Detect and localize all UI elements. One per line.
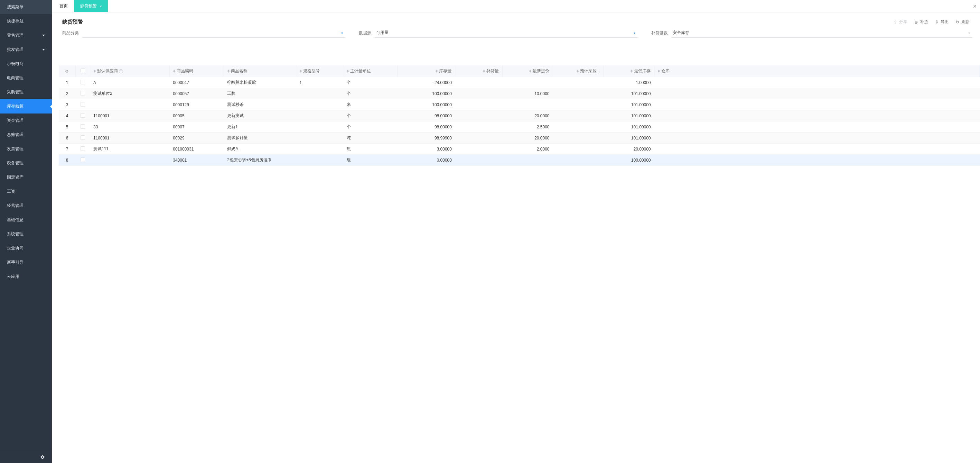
chevron-down-icon: ▾: [341, 31, 343, 35]
sidebar-item-9[interactable]: 总账管理: [0, 128, 52, 142]
cell-code: 00007: [169, 121, 224, 133]
cell-supplier: A: [90, 77, 169, 88]
sidebar-item-16[interactable]: 系统管理: [0, 227, 52, 241]
sidebar-item-3[interactable]: 批发管理: [0, 43, 52, 57]
table-row[interactable]: 7测试111001000031鲜奶A瓶3.000002.000020.00000: [59, 144, 980, 155]
sidebar-item-15[interactable]: 基础信息: [0, 213, 52, 227]
settings-gear-icon[interactable]: [40, 455, 45, 460]
sort-icon[interactable]: [577, 70, 579, 73]
sidebar-item-label: 税务管理: [7, 160, 24, 166]
col-settings[interactable]: ⚙: [59, 65, 75, 77]
main-content: 首页缺货预警× × 缺货预警 ⇪ 分享 ⊕ 补货 ⇩ 导出 ↻: [52, 0, 980, 463]
cell-est-procure: [553, 110, 604, 121]
table-row[interactable]: 1A0000047柠酸莫米松凝胶1个-24.000001.00000: [59, 77, 980, 88]
sort-icon[interactable]: [483, 70, 485, 73]
category-select[interactable]: ▾: [82, 28, 345, 38]
help-icon[interactable]: ?: [119, 69, 123, 73]
cell-spec: [296, 133, 343, 144]
sidebar-item-label: 资金管理: [7, 118, 24, 123]
sidebar-item-label: 工资: [7, 188, 15, 195]
sort-icon[interactable]: [173, 70, 175, 73]
col-stock[interactable]: 库存量: [398, 65, 455, 77]
row-checkbox[interactable]: [81, 80, 85, 85]
col-spec[interactable]: 规格型号: [296, 65, 343, 77]
sort-icon[interactable]: [436, 70, 438, 73]
refresh-action[interactable]: ↻ 刷新: [955, 19, 970, 25]
col-last-price[interactable]: 最新进价: [502, 65, 553, 77]
col-name[interactable]: 商品名称: [224, 65, 296, 77]
table-row[interactable]: 6110000100029测试多计量吨98.9990020.0000101.00…: [59, 133, 980, 144]
cell-replenish-qty: [455, 88, 502, 99]
col-est-procure[interactable]: 预计采购...: [553, 65, 604, 77]
cell-min-stock: 101.00000: [603, 121, 654, 133]
chevron-down-icon: ▾: [634, 31, 635, 35]
row-checkbox[interactable]: [81, 146, 85, 151]
sidebar-item-2[interactable]: 零售管理: [0, 29, 52, 43]
cell-warehouse: [654, 77, 980, 88]
row-checkbox[interactable]: [81, 135, 85, 140]
sort-icon[interactable]: [347, 70, 349, 73]
sidebar-item-14[interactable]: 经营管理: [0, 199, 52, 213]
col-code[interactable]: 商品编码: [169, 65, 224, 77]
col-supplier[interactable]: 默认供应商?: [90, 65, 169, 77]
sort-icon[interactable]: [658, 70, 660, 73]
sidebar-item-7[interactable]: 库存核算: [0, 99, 52, 113]
row-checkbox[interactable]: [81, 91, 85, 96]
row-chk: [75, 88, 90, 99]
sidebar-item-13[interactable]: 工资: [0, 184, 52, 199]
col-replenish-qty[interactable]: 补货量: [455, 65, 502, 77]
sidebar-item-18[interactable]: 新手引导: [0, 255, 52, 270]
col-warehouse[interactable]: 仓库: [654, 65, 980, 77]
sidebar-item-17[interactable]: 企业协同: [0, 241, 52, 255]
sort-icon[interactable]: [529, 70, 531, 73]
cell-code: 0000047: [169, 77, 224, 88]
tab-0[interactable]: 首页: [53, 0, 74, 12]
sidebar-item-11[interactable]: 税务管理: [0, 156, 52, 170]
sidebar-item-6[interactable]: 采购管理: [0, 85, 52, 99]
sidebar-item-12[interactable]: 固定资产: [0, 170, 52, 184]
table-row[interactable]: 53300007更新1个98.000002.5000101.00000: [59, 121, 980, 133]
row-checkbox[interactable]: [81, 102, 85, 107]
sidebar-item-10[interactable]: 发票管理: [0, 142, 52, 156]
cell-est-procure: [553, 155, 604, 166]
export-action[interactable]: ⇩ 导出: [934, 19, 949, 25]
cell-stock: 100.00000: [398, 88, 455, 99]
tabs-bar: 首页缺货预警× ×: [52, 0, 980, 13]
row-checkbox[interactable]: [81, 158, 85, 162]
table-row[interactable]: 30000129测试秒杀米100.00000101.00000: [59, 99, 980, 110]
table-row[interactable]: 2测试单位20000057工牌个100.0000010.0000101.0000…: [59, 88, 980, 99]
cell-code: 001000031: [169, 144, 224, 155]
col-unit[interactable]: 主计量单位: [343, 65, 398, 77]
cell-unit: 瓶: [343, 144, 398, 155]
sidebar-item-19[interactable]: 云应用: [0, 270, 52, 284]
table-row[interactable]: 83400012包安心裤+8包厨房湿巾组0.00000100.00000: [59, 155, 980, 166]
tab-1[interactable]: 缺货预警×: [74, 0, 108, 12]
close-icon[interactable]: ×: [973, 3, 977, 10]
sidebar-item-0[interactable]: 搜索菜单: [0, 0, 52, 14]
cell-last-price: 20.0000: [502, 110, 553, 121]
tab-close-icon[interactable]: ×: [100, 4, 102, 8]
sidebar-item-8[interactable]: 资金管理: [0, 113, 52, 128]
sort-icon[interactable]: [94, 70, 96, 73]
sidebar-item-label: 快捷导航: [7, 18, 24, 24]
replenish-action[interactable]: ⊕ 补货: [914, 19, 928, 25]
sidebar-item-label: 总账管理: [7, 132, 24, 138]
cell-last-price: 2.0000: [502, 144, 553, 155]
source-select[interactable]: 可用量 ▾: [375, 28, 638, 38]
row-checkbox[interactable]: [81, 124, 85, 129]
sort-icon[interactable]: [300, 70, 302, 73]
cell-stock: 98.00000: [398, 121, 455, 133]
row-checkbox[interactable]: [81, 113, 85, 118]
checkbox-all[interactable]: [81, 69, 85, 73]
table-row[interactable]: 4110000100005更新测试个98.0000020.0000101.000…: [59, 110, 980, 121]
basis-select[interactable]: 安全库存 ▾: [671, 28, 972, 38]
sort-icon[interactable]: [228, 70, 229, 73]
sidebar-item-5[interactable]: 电商管理: [0, 71, 52, 85]
col-min-stock[interactable]: 最低库存: [603, 65, 654, 77]
sidebar: 搜索菜单快捷导航零售管理批发管理小畅电商电商管理采购管理库存核算资金管理总账管理…: [0, 0, 52, 463]
cell-warehouse: [654, 110, 980, 121]
col-checkbox-header[interactable]: [75, 65, 90, 77]
sort-icon[interactable]: [630, 70, 633, 73]
sidebar-item-1[interactable]: 快捷导航: [0, 14, 52, 29]
sidebar-item-4[interactable]: 小畅电商: [0, 57, 52, 71]
